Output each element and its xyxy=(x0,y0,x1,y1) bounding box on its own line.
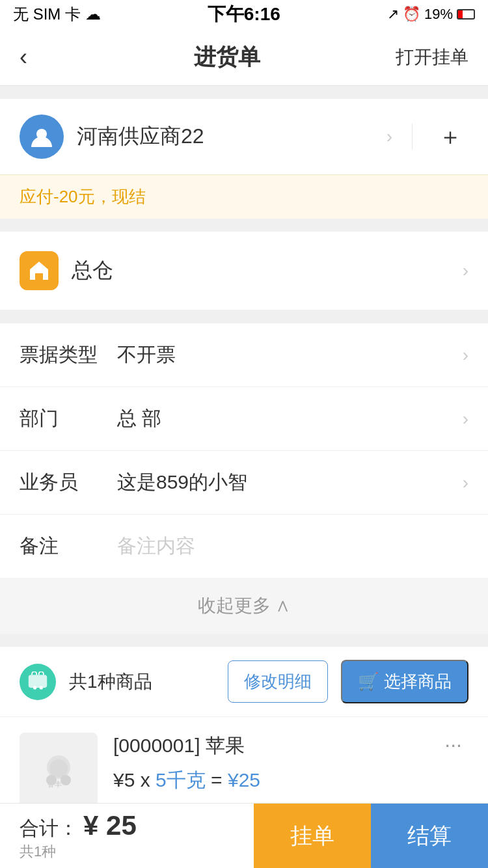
status-bar: 无 SIM 卡 ☁ 下午6:16 ↗ ⏰ 19% xyxy=(0,0,488,29)
notice-bar: 应付-20元，现结 xyxy=(0,174,488,219)
product-name: [0000001] 苹果 xyxy=(113,733,422,759)
fields-section: 票据类型 不开票 › 部门 总 部 › 业务员 这是859的小智 › 备注 备注… xyxy=(0,323,488,578)
vertical-divider xyxy=(412,124,413,150)
supplier-avatar xyxy=(20,115,64,159)
checkout-button[interactable]: 结算 xyxy=(371,804,488,868)
battery-label: 19% xyxy=(424,6,453,23)
department-row[interactable]: 部门 总 部 › xyxy=(0,387,488,450)
svg-point-9 xyxy=(61,775,71,785)
product-more-button[interactable]: ··· xyxy=(438,733,468,757)
warehouse-section: 总仓 › xyxy=(0,232,488,310)
select-product-button[interactable]: 🛒 选择商品 xyxy=(341,660,468,703)
invoice-type-label: 票据类型 xyxy=(20,342,98,368)
supplier-section: 河南供应商22 › ＋ 应付-20元，现结 xyxy=(0,99,488,219)
divider-2 xyxy=(0,219,488,232)
edit-detail-button[interactable]: 修改明细 xyxy=(228,660,328,703)
status-time: 下午6:16 xyxy=(208,2,280,27)
status-right: ↗ ⏰ 19% xyxy=(387,6,475,23)
supplier-name: 河南供应商22 xyxy=(77,122,386,151)
hang-button[interactable]: 挂单 xyxy=(254,804,371,868)
divider-3 xyxy=(0,310,488,323)
quantity: 5千克 xyxy=(156,769,206,791)
department-chevron-icon: › xyxy=(463,409,468,429)
svg-rect-2 xyxy=(29,675,47,688)
warehouse-row[interactable]: 总仓 › xyxy=(0,232,488,310)
select-product-label: 选择商品 xyxy=(384,670,452,693)
total-section: 合计： ¥ 25 共1种 xyxy=(0,804,254,868)
svg-rect-1 xyxy=(35,273,43,280)
svg-point-3 xyxy=(33,686,36,689)
salesperson-row[interactable]: 业务员 这是859的小智 › xyxy=(0,450,488,514)
products-cart-icon xyxy=(20,664,56,700)
product-title: 苹果 xyxy=(206,735,245,756)
invoice-type-value: 不开票 xyxy=(98,342,463,368)
products-header: 共1种商品 修改明细 🛒 选择商品 xyxy=(0,634,488,716)
warehouse-chevron-icon: › xyxy=(463,260,468,281)
back-button[interactable]: ‹ xyxy=(20,44,59,71)
total-label: 合计： xyxy=(20,815,78,842)
salesperson-value: 这是859的小智 xyxy=(98,469,463,496)
products-count-label: 共1种商品 xyxy=(69,670,215,694)
remark-row[interactable]: 备注 备注内容 xyxy=(0,514,488,578)
nav-bar: ‹ 进货单 打开挂单 xyxy=(0,29,488,86)
total-amount: ¥ 25 xyxy=(83,810,137,841)
equals-icon: = xyxy=(211,769,228,791)
salesperson-label: 业务员 xyxy=(20,469,98,496)
department-value: 总 部 xyxy=(98,405,463,432)
product-price-row: ¥5 x 5千克 = ¥25 xyxy=(113,767,422,794)
total-main: 合计： ¥ 25 xyxy=(20,810,234,842)
warehouse-icon xyxy=(20,251,59,290)
svg-point-4 xyxy=(40,686,43,689)
product-info: [0000001] 苹果 ¥5 x 5千克 = ¥25 xyxy=(113,733,422,794)
invoice-type-row[interactable]: 票据类型 不开票 › xyxy=(0,323,488,387)
salesperson-chevron-icon: › xyxy=(463,472,468,493)
invoice-type-chevron-icon: › xyxy=(463,345,468,366)
remark-label: 备注 xyxy=(20,533,98,560)
status-left: 无 SIM 卡 ☁ xyxy=(13,4,101,25)
add-supplier-button[interactable]: ＋ xyxy=(432,121,468,153)
department-label: 部门 xyxy=(20,405,98,432)
svg-point-6 xyxy=(49,759,68,778)
svg-point-8 xyxy=(46,775,57,785)
bottom-bar: 合计： ¥ 25 共1种 挂单 结算 xyxy=(0,803,488,868)
divider-1 xyxy=(0,86,488,99)
supplier-chevron-icon: › xyxy=(386,126,392,147)
total-sub: 共1种 xyxy=(20,842,234,861)
product-code: [0000001] xyxy=(113,735,200,756)
select-product-icon: 🛒 xyxy=(358,671,379,692)
product-thumbnail: 鲁丰 xyxy=(20,733,98,811)
warehouse-label: 总仓 xyxy=(72,256,463,285)
location-icon: ↗ xyxy=(387,6,399,23)
collapse-row[interactable]: 收起更多 ∧ xyxy=(0,578,488,634)
supplier-actions: › ＋ xyxy=(386,121,468,153)
collapse-label: 收起更多 ∧ xyxy=(198,593,291,618)
line-total: ¥25 xyxy=(228,769,260,791)
alarm-icon: ⏰ xyxy=(403,6,420,23)
remark-input[interactable]: 备注内容 xyxy=(98,533,468,560)
page-title: 进货单 xyxy=(194,42,260,72)
supplier-row[interactable]: 河南供应商22 › ＋ xyxy=(0,99,488,174)
battery-icon xyxy=(457,9,475,20)
multiply-icon: x xyxy=(141,769,156,791)
open-hang-button[interactable]: 打开挂单 xyxy=(396,45,468,70)
sim-label: 无 SIM 卡 ☁ xyxy=(13,4,101,25)
unit-price: ¥5 xyxy=(113,769,135,791)
